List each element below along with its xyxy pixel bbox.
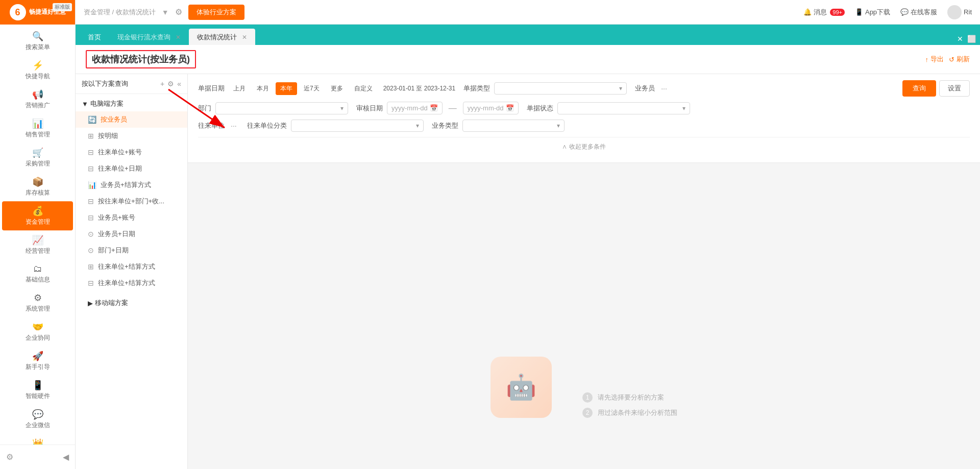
refresh-label: 刷新 bbox=[957, 55, 970, 64]
tab-cashflow[interactable]: 现金银行流水查询 ✕ bbox=[109, 29, 189, 45]
collapse-panel-icon[interactable]: « bbox=[177, 80, 181, 88]
sidebar-item-finance[interactable]: 💰 资金管理 bbox=[2, 201, 73, 230]
sidebar-item-hardware[interactable]: 📱 智能硬件 bbox=[0, 376, 75, 405]
salesperson-calc-icon: 📊 bbox=[88, 181, 96, 189]
refresh-button[interactable]: ↺ 刷新 bbox=[949, 55, 970, 64]
app-icon: 📱 bbox=[855, 8, 863, 16]
collapse-bar[interactable]: ∧ 收起更多条件 bbox=[198, 137, 970, 156]
sidebar-item-enterprise[interactable]: 🤝 企业协同 bbox=[0, 317, 75, 346]
operation-icon: 📈 bbox=[32, 235, 43, 246]
scheme-item-label: 按明细 bbox=[98, 131, 118, 140]
enterprise-icon: 🤝 bbox=[32, 321, 43, 333]
scheme-settings-icon[interactable]: ⚙ bbox=[167, 80, 174, 88]
scheme-item-unit-dept-receipt[interactable]: ⊟ 按往来单位+部门+收... bbox=[76, 193, 187, 209]
topbar-settings-icon[interactable]: ⚙ bbox=[175, 7, 182, 17]
date-tab-more[interactable]: 更多 bbox=[326, 82, 348, 95]
sidebar-item-quicknav[interactable]: ⚡ 快捷导航 bbox=[0, 56, 75, 85]
sidebar-item-purchase[interactable]: 🛒 采购管理 bbox=[0, 143, 75, 172]
sidebar-item-marketing[interactable]: 📢 营销推广 bbox=[0, 85, 75, 114]
sidebar-item-system[interactable]: ⚙ 系统管理 bbox=[0, 288, 75, 317]
user-area[interactable]: Rit bbox=[947, 5, 972, 19]
left-panel-actions: + ⚙ « bbox=[160, 80, 181, 88]
salesperson-dots[interactable]: ··· bbox=[659, 84, 669, 92]
scheme-item-by-salesperson[interactable]: 🔄 按业务员 bbox=[76, 111, 187, 128]
mobile-group-label: 移动端方案 bbox=[95, 298, 128, 308]
scheme-item-dept-date[interactable]: ⊙ 部门+日期 bbox=[76, 242, 187, 259]
partner-category-select[interactable]: ▾ bbox=[291, 120, 424, 132]
sidebar-item-inventory[interactable]: 📦 库存核算 bbox=[0, 172, 75, 201]
audit-date-from[interactable]: yyyy-mm-dd 📅 bbox=[387, 102, 443, 114]
message-badge: 99+ bbox=[830, 9, 845, 16]
sidebar-item-newbie[interactable]: 🚀 新手引导 bbox=[0, 346, 75, 376]
dept-chevron-icon: ▾ bbox=[340, 105, 344, 112]
system-icon: ⚙ bbox=[34, 292, 42, 303]
sidebar-settings-btn[interactable]: ⚙ bbox=[6, 452, 13, 462]
step-2-num: 2 bbox=[582, 408, 593, 418]
scheme-item-unit-date[interactable]: ⊟ 往来单位+日期 bbox=[76, 160, 187, 177]
service-btn[interactable]: 💬 在线客服 bbox=[900, 8, 937, 17]
partner-filter: 往来单位 ··· bbox=[198, 121, 239, 130]
filter-settings-button[interactable]: 设置 bbox=[939, 80, 970, 97]
tab-receipt-close-icon[interactable]: ✕ bbox=[242, 34, 247, 41]
scheme-item-unit-account[interactable]: ⊟ 往来单位+账号 bbox=[76, 144, 187, 160]
scheme-item-label: 往来单位+结算方式 bbox=[98, 278, 155, 288]
trial-button[interactable]: 体验行业方案 bbox=[188, 5, 244, 20]
breadcrumb-chevron-icon[interactable]: ▼ bbox=[162, 8, 169, 16]
desktop-group-title[interactable]: ▼ 电脑端方案 bbox=[76, 96, 187, 111]
export-button[interactable]: ↑ 导出 bbox=[925, 55, 944, 64]
query-button[interactable]: 查询 bbox=[902, 80, 936, 97]
audit-date-to[interactable]: yyyy-mm-dd 📅 bbox=[463, 102, 519, 114]
sidebar-item-basic[interactable]: 🗂 基础信息 bbox=[0, 260, 75, 288]
scheme-item-salesperson-calc[interactable]: 📊 业务员+结算方式 bbox=[76, 177, 187, 193]
sidebar-item-label: 搜索菜单 bbox=[26, 43, 50, 52]
sidebar-item-label: 系统管理 bbox=[26, 304, 50, 313]
scheme-item-by-detail[interactable]: ⊞ 按明细 bbox=[76, 128, 187, 144]
date-tab-last-month[interactable]: 上月 bbox=[229, 82, 250, 95]
add-scheme-icon[interactable]: + bbox=[160, 80, 164, 88]
app-logo-icon: 6 bbox=[10, 4, 26, 20]
empty-step-2: 2 用过滤条件来缩小分析范围 bbox=[582, 408, 677, 418]
scheme-item-salesperson-account[interactable]: ⊟ 业务员+账号 bbox=[76, 209, 187, 226]
sidebar-nav: 🔍 搜索菜单 ⚡ 快捷导航 📢 营销推广 📊 销售管理 🛒 采购管理 📦 库存核… bbox=[0, 25, 75, 444]
partner-dots[interactable]: ··· bbox=[229, 122, 239, 130]
window-maximize-icon[interactable]: ⬜ bbox=[967, 35, 976, 43]
app-download-btn[interactable]: 📱 App下载 bbox=[855, 8, 890, 17]
scheme-item-salesperson-date[interactable]: ⊙ 业务员+日期 bbox=[76, 226, 187, 242]
dept-filter: 部门 ▾ bbox=[198, 102, 348, 114]
salesperson-date-icon: ⊙ bbox=[88, 230, 94, 238]
sidebar-item-member[interactable]: 👑 畅会员 bbox=[0, 434, 75, 444]
doc-type-chevron-icon: ▾ bbox=[619, 85, 622, 92]
sidebar-item-operation[interactable]: 📈 经营管理 bbox=[0, 230, 75, 260]
doc-type-select[interactable]: ▾ bbox=[494, 82, 627, 95]
mobile-group-title[interactable]: ▶ 移动端方案 bbox=[82, 295, 187, 311]
sidebar-item-search[interactable]: 🔍 搜索菜单 bbox=[0, 27, 75, 56]
sidebar-collapse-btn[interactable]: ◀ bbox=[63, 452, 69, 462]
window-close-icon[interactable]: ✕ bbox=[957, 35, 963, 43]
tab-receipt-label: 收款情况统计 bbox=[197, 33, 237, 42]
scheme-item-unit-calc2[interactable]: ⊟ 往来单位+结算方式 bbox=[76, 275, 187, 291]
scheme-item-label: 业务员+账号 bbox=[98, 213, 135, 222]
tab-receipt[interactable]: 收款情况统计 ✕ bbox=[189, 29, 255, 45]
audit-date-from-text: yyyy-mm-dd bbox=[391, 104, 428, 112]
tab-home[interactable]: 首页 bbox=[80, 29, 109, 45]
unit-calc1-icon: ⊞ bbox=[88, 263, 94, 271]
date-range-text: 2023-01-01 至 2023-12-31 bbox=[383, 84, 455, 93]
doc-status-select[interactable]: ▾ bbox=[557, 102, 690, 114]
sidebar-item-wechat[interactable]: 💬 企业微信 bbox=[0, 405, 75, 434]
breadcrumb: 资金管理 / 收款情况统计 bbox=[84, 8, 156, 17]
sidebar-item-sales[interactable]: 📊 销售管理 bbox=[0, 114, 75, 143]
marketing-icon: 📢 bbox=[32, 89, 43, 100]
tab-cashflow-close-icon[interactable]: ✕ bbox=[176, 34, 181, 41]
date-tab-this-month[interactable]: 本月 bbox=[252, 82, 274, 95]
business-type-label: 业务类型 bbox=[432, 121, 458, 130]
quicknav-icon: ⚡ bbox=[32, 60, 43, 71]
business-type-select[interactable]: ▾ bbox=[462, 120, 565, 132]
scheme-item-unit-calc1[interactable]: ⊞ 往来单位+结算方式 bbox=[76, 259, 187, 275]
dept-select[interactable]: ▾ bbox=[215, 102, 348, 114]
date-tab-custom[interactable]: 自定义 bbox=[350, 82, 377, 95]
sidebar-item-label: 基础信息 bbox=[26, 275, 50, 284]
message-btn[interactable]: 🔔 消息 99+ bbox=[803, 8, 845, 17]
unit-date-icon: ⊟ bbox=[88, 165, 94, 173]
date-tab-7days[interactable]: 近7天 bbox=[299, 82, 324, 95]
date-tab-this-year[interactable]: 本年 bbox=[276, 82, 297, 95]
